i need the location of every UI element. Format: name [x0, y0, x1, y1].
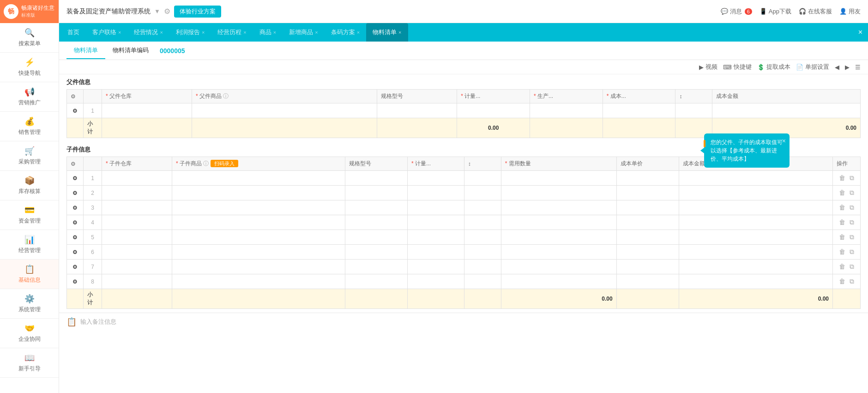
child-warehouse-cell[interactable]: [102, 186, 172, 200]
child-unit-cell[interactable]: [407, 215, 464, 230]
child-spec-cell[interactable]: [345, 230, 407, 245]
child-unit-cell[interactable]: [407, 260, 464, 274]
tab-close-icon[interactable]: ×: [202, 30, 205, 35]
tab-close-icon[interactable]: ×: [243, 30, 246, 35]
parent-production-cell[interactable]: [530, 103, 603, 118]
child-qty-cell[interactable]: [501, 200, 616, 215]
child-unit-cell[interactable]: [407, 171, 464, 186]
sidebar-item-system[interactable]: ⚙️ 系统管理: [0, 289, 59, 319]
child-warehouse-cell[interactable]: [102, 274, 172, 289]
child-unit-cost-cell[interactable]: [616, 260, 679, 274]
delete-icon[interactable]: 🗑: [838, 218, 847, 227]
child-spec-cell[interactable]: [345, 171, 407, 186]
child-unit-cost-cell[interactable]: [616, 200, 679, 215]
row-gear[interactable]: ⚙: [67, 260, 84, 274]
col-child-settings[interactable]: ⚙: [67, 157, 84, 171]
extract-cost-button[interactable]: 💲 提取成本: [757, 63, 790, 71]
child-unit-cost-cell[interactable]: [616, 215, 679, 230]
tab-close-icon[interactable]: ×: [357, 30, 360, 35]
copy-icon[interactable]: ⧉: [848, 188, 856, 197]
child-unit-cost-cell[interactable]: [616, 171, 679, 186]
child-goods-cell[interactable]: [172, 230, 345, 245]
child-qty-cell[interactable]: [501, 186, 616, 200]
child-spec-cell[interactable]: [345, 200, 407, 215]
tab-close-icon[interactable]: ×: [118, 30, 121, 35]
child-goods-cell[interactable]: [172, 245, 345, 260]
sidebar-item-marketing[interactable]: 📢 营销推广: [0, 82, 59, 112]
child-unit-cost-cell[interactable]: [616, 230, 679, 245]
tab-close-icon[interactable]: ×: [315, 30, 318, 35]
child-goods-cell[interactable]: [172, 274, 345, 289]
child-warehouse-cell[interactable]: [102, 171, 172, 186]
sub-tab-bom-list[interactable]: 物料清单: [66, 42, 105, 59]
child-spec-cell[interactable]: [345, 186, 407, 200]
shortcut-button[interactable]: ⌨ 快捷键: [723, 63, 752, 71]
row-gear[interactable]: ⚙: [67, 230, 84, 245]
parent-cost-cell[interactable]: [603, 103, 675, 118]
tab-customer[interactable]: 客户联络 ×: [86, 23, 127, 42]
tab-home[interactable]: 首页: [61, 23, 86, 42]
copy-icon[interactable]: ⧉: [848, 232, 856, 242]
sub-tab-bom-code[interactable]: 物料清单编码: [105, 42, 156, 59]
tab-bom[interactable]: 物料清单 ×: [366, 23, 408, 42]
parent-spec-cell[interactable]: [377, 103, 457, 118]
tab-profit-report[interactable]: 利润报告 ×: [169, 23, 211, 42]
child-warehouse-cell[interactable]: [102, 230, 172, 245]
parent-unit-cell[interactable]: [457, 103, 530, 118]
delete-icon[interactable]: 🗑: [838, 247, 847, 256]
col-settings[interactable]: ⚙: [67, 90, 84, 103]
copy-icon[interactable]: ⧉: [848, 277, 856, 286]
app-download-item[interactable]: 📱 App下载: [760, 7, 791, 16]
child-spec-cell[interactable]: [345, 274, 407, 289]
tab-goods[interactable]: 商品 ×: [253, 23, 283, 42]
child-qty-cell[interactable]: [501, 215, 616, 230]
delete-icon[interactable]: 🗑: [838, 203, 847, 212]
child-unit-cost-cell[interactable]: [616, 186, 679, 200]
delete-icon[interactable]: 🗑: [838, 277, 847, 286]
tooltip-close-button[interactable]: ×: [782, 136, 786, 146]
tab-operations-status[interactable]: 经营情况 ×: [127, 23, 169, 42]
sidebar-item-cooperation[interactable]: 🤝 企业协同: [0, 319, 59, 348]
nav-prev-button[interactable]: ◀: [835, 64, 839, 71]
delete-icon[interactable]: 🗑: [838, 262, 847, 271]
tab-new-goods[interactable]: 新增商品 ×: [283, 23, 324, 42]
child-goods-cell[interactable]: [172, 215, 345, 230]
parent-goods-cell[interactable]: [192, 103, 377, 118]
nav-next-button[interactable]: ▶: [845, 64, 850, 71]
row-gear[interactable]: ⚙: [67, 103, 84, 118]
delete-icon[interactable]: 🗑: [838, 188, 847, 197]
child-unit-cell[interactable]: [407, 186, 464, 200]
sidebar-item-finance[interactable]: 💳 资金管理: [0, 200, 59, 230]
row-gear[interactable]: ⚙: [67, 186, 84, 200]
tab-barcode[interactable]: 条码方案 ×: [325, 23, 366, 42]
online-support-item[interactable]: 🎧 在线客服: [799, 7, 832, 16]
copy-icon[interactable]: ⧉: [848, 173, 856, 182]
child-spec-cell[interactable]: [345, 245, 407, 260]
child-unit-cell[interactable]: [407, 274, 464, 289]
child-warehouse-cell[interactable]: [102, 245, 172, 260]
message-item[interactable]: 💬 消息 6: [721, 7, 752, 16]
sidebar-item-search[interactable]: 🔍 搜索菜单: [0, 23, 59, 53]
parent-warehouse-cell[interactable]: [102, 103, 192, 118]
tab-operations-history[interactable]: 经营历程 ×: [211, 23, 253, 42]
child-unit-cell[interactable]: [407, 200, 464, 215]
settings-icon[interactable]: ⚙: [164, 7, 170, 16]
sidebar-item-basic-info[interactable]: 📋 基础信息: [0, 260, 59, 289]
sidebar-item-purchase[interactable]: 🛒 采购管理: [0, 141, 59, 171]
copy-icon[interactable]: ⧉: [848, 262, 856, 271]
child-qty-cell[interactable]: [501, 171, 616, 186]
scan-button[interactable]: 扫码录入: [211, 160, 238, 167]
tab-close-icon[interactable]: ×: [273, 30, 276, 35]
child-qty-cell[interactable]: [501, 274, 616, 289]
child-goods-cell[interactable]: [172, 200, 345, 215]
row-gear[interactable]: ⚙: [67, 171, 84, 186]
row-gear[interactable]: ⚙: [67, 245, 84, 260]
copy-icon[interactable]: ⧉: [848, 218, 856, 227]
sidebar-item-inventory[interactable]: 📦 库存核算: [0, 171, 59, 200]
child-goods-cell[interactable]: [172, 171, 345, 186]
child-goods-cell[interactable]: [172, 186, 345, 200]
single-settings-button[interactable]: 📄 单据设置: [796, 63, 829, 71]
child-warehouse-cell[interactable]: [102, 200, 172, 215]
child-goods-cell[interactable]: [172, 260, 345, 274]
dropdown-icon[interactable]: ▼: [154, 8, 160, 15]
